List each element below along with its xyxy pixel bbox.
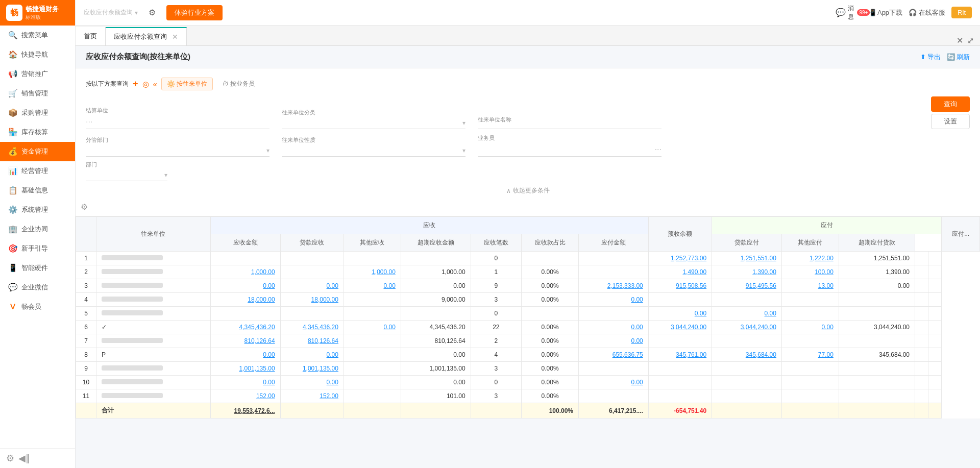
filter-customer-nature: 往来单位性质 ▾ bbox=[282, 136, 465, 157]
table-row: 8P0.000.000.0040.00%655,636.75345,761.00… bbox=[76, 348, 980, 362]
user-name: Rit bbox=[958, 9, 966, 16]
customer-service-label: 在线客服 bbox=[919, 8, 945, 17]
export-label: 导出 bbox=[927, 53, 941, 62]
sidebar-item-label: 搜索菜单 bbox=[21, 31, 48, 40]
vip-icon: Ⅴ bbox=[8, 303, 17, 311]
customer-category-input[interactable]: ▾ bbox=[282, 117, 465, 129]
app-download-label: App下载 bbox=[877, 8, 902, 17]
tab-expand-icon[interactable]: ⤢ bbox=[967, 36, 974, 45]
col-ap-amount: 应付金额 bbox=[579, 234, 649, 252]
sidebar-item-sales[interactable]: 🛒 销售管理 bbox=[0, 84, 75, 103]
table-row: 101,252,773.001,251,551.001,222.001,251,… bbox=[76, 252, 980, 265]
department-input[interactable]: ▾ bbox=[86, 169, 167, 181]
logo-subtitle: 标准版 bbox=[26, 14, 59, 21]
basic-info-icon: 📋 bbox=[8, 186, 17, 195]
logo-icon: 畅 bbox=[6, 5, 22, 21]
table-row: 500.000.00 bbox=[76, 307, 980, 321]
page-header: 应收应付余额查询(按往来单位) ⬆ 导出 🔄 刷新 bbox=[76, 46, 980, 68]
inventory-icon: 🏪 bbox=[8, 128, 17, 137]
filter-add-button[interactable]: + bbox=[133, 79, 138, 89]
topbar: 应收应付余额查询 ▾ ⚙ 体验行业方案 💬 消息 99+ 📲 App下载 🎧 在… bbox=[76, 0, 980, 26]
customer-name-input[interactable] bbox=[478, 125, 662, 129]
filter-label: 按以下方案查询 bbox=[86, 80, 129, 88]
col-ar-amount: 应收金额 bbox=[210, 234, 280, 252]
main-area: 应收应付余额查询 ▾ ⚙ 体验行业方案 💬 消息 99+ 📲 App下载 🎧 在… bbox=[76, 0, 980, 468]
sidebar-item-marketing[interactable]: 📢 营销推广 bbox=[0, 64, 75, 84]
tab-close-icon[interactable]: ✕ bbox=[172, 33, 178, 41]
sidebar-item-enterprise-wechat[interactable]: 💬 企业微信 bbox=[0, 278, 75, 297]
sidebar-item-label: 基础信息 bbox=[21, 186, 48, 195]
scheme-by-customer[interactable]: 🔆 按往来单位 bbox=[161, 78, 213, 90]
customer-nature-input[interactable]: ▾ bbox=[282, 145, 465, 157]
table-row: 91,001,135.001,001,135.001,001,135.0030.… bbox=[76, 362, 980, 376]
table-settings-icon[interactable]: ⚙ bbox=[81, 202, 88, 212]
sidebar-item-quick-nav[interactable]: 🏠 快捷导航 bbox=[0, 45, 75, 64]
collapse-more-button[interactable]: ∧ 收起更多条件 bbox=[86, 183, 970, 198]
sidebar-item-purchase[interactable]: 📦 采购管理 bbox=[0, 103, 75, 122]
col-ar-advance: 预收余额 bbox=[648, 217, 712, 252]
sidebar-item-inventory[interactable]: 🏪 库存核算 bbox=[0, 122, 75, 142]
sales-icon: 🛒 bbox=[8, 89, 17, 98]
promo-button[interactable]: 体验行业方案 bbox=[166, 5, 223, 20]
refresh-button[interactable]: 🔄 刷新 bbox=[947, 53, 970, 62]
refresh-label: 刷新 bbox=[957, 53, 970, 62]
sidebar-item-newbie[interactable]: 🎯 新手引导 bbox=[0, 239, 75, 258]
sidebar-item-label: 经营管理 bbox=[21, 166, 48, 176]
sidebar-item-label: 销售管理 bbox=[21, 89, 48, 98]
data-table: 往来单位 应收 预收余额 应付 应付... 应收金额 贷款应收 其他应收 超期应… bbox=[76, 216, 980, 418]
user-menu[interactable]: Rit bbox=[951, 7, 972, 18]
search-menu-icon: 🔍 bbox=[8, 31, 17, 40]
scheme-customer-label: 按往来单位 bbox=[177, 80, 207, 88]
breadcrumb-arrow: ▾ bbox=[135, 9, 138, 16]
customer-service-button[interactable]: 🎧 在线客服 bbox=[909, 8, 945, 17]
breadcrumb: 应收应付余额查询 ▾ bbox=[84, 8, 138, 17]
tab-close-all-icon[interactable]: ✕ bbox=[957, 36, 963, 45]
query-button[interactable]: 查询 bbox=[931, 96, 970, 112]
sidebar-item-vip[interactable]: Ⅴ 畅会员 bbox=[0, 297, 75, 316]
filter-dept-manager: 分管部门 ▾ bbox=[86, 136, 270, 157]
sidebar-item-smart-hardware[interactable]: 📱 智能硬件 bbox=[0, 258, 75, 278]
sidebar-item-basic-info[interactable]: 📋 基础信息 bbox=[0, 181, 75, 200]
table-scroll[interactable]: 往来单位 应收 预收余额 应付 应付... 应收金额 贷款应收 其他应收 超期应… bbox=[76, 216, 980, 418]
col-ar-ratio: 应收款占比 bbox=[522, 234, 579, 252]
col-index bbox=[76, 217, 96, 252]
sidebar-item-label: 资金管理 bbox=[21, 147, 48, 156]
customer-nature-label: 往来单位性质 bbox=[282, 136, 465, 144]
smart-hardware-icon: 📱 bbox=[8, 263, 17, 273]
total-ar-amount[interactable]: 19,553,472,6... bbox=[210, 403, 280, 418]
page-actions: ⬆ 导出 🔄 刷新 bbox=[920, 53, 970, 62]
topbar-settings-button[interactable]: ⚙ bbox=[144, 5, 160, 21]
sidebar-settings-icon[interactable]: ⚙ bbox=[6, 453, 14, 464]
table-container: ⚙ 往来单位 应收 预收余额 应付 应付... bbox=[76, 198, 980, 418]
tab-home[interactable]: 首页 bbox=[76, 27, 106, 45]
filter-collapse-icon[interactable]: « bbox=[153, 80, 157, 88]
settlement-unit-dots-icon: ··· bbox=[86, 117, 92, 127]
table-row: 418,000.0018,000.009,000.0030.00%0.00 bbox=[76, 293, 980, 307]
col-ap-suffix: 应付... bbox=[942, 217, 980, 252]
dept-manager-input[interactable]: ▾ bbox=[86, 145, 270, 157]
customer-category-label: 往来单位分类 bbox=[282, 109, 465, 116]
customer-name-label: 往来单位名称 bbox=[478, 116, 662, 124]
sidebar-collapse-icon[interactable]: ◀‖ bbox=[18, 453, 30, 464]
enterprise-wechat-icon: 💬 bbox=[8, 283, 17, 292]
settings-button[interactable]: 设置 bbox=[931, 114, 970, 129]
table-toolbar: ⚙ bbox=[76, 198, 980, 216]
sidebar-item-business[interactable]: 📊 经营管理 bbox=[0, 161, 75, 181]
app-download-button[interactable]: 📲 App下载 bbox=[867, 8, 902, 17]
business-icon: 📊 bbox=[8, 166, 17, 176]
sidebar-item-finance[interactable]: 💰 资金管理 bbox=[0, 142, 75, 161]
quick-nav-icon: 🏠 bbox=[8, 50, 17, 59]
message-label: 消息 bbox=[848, 4, 854, 21]
page-title: 应收应付余额查询(按往来单位) bbox=[86, 52, 190, 62]
salesperson-input[interactable]: ··· bbox=[478, 143, 662, 157]
filter-row-1: 结算单位 ··· 往来单位分类 ▾ bbox=[86, 93, 970, 132]
sidebar-item-enterprise[interactable]: 🏢 企业协同 bbox=[0, 219, 75, 239]
settlement-unit-input[interactable]: ··· bbox=[86, 115, 270, 129]
message-button[interactable]: 💬 消息 99+ bbox=[845, 5, 861, 21]
scheme-by-staff[interactable]: ⏱ 按业务员 bbox=[217, 78, 260, 90]
sidebar-item-search-menu[interactable]: 🔍 搜索菜单 bbox=[0, 26, 75, 45]
sidebar-item-system[interactable]: ⚙️ 系统管理 bbox=[0, 200, 75, 219]
export-button[interactable]: ⬆ 导出 bbox=[920, 53, 941, 62]
tab-ar-ap-query[interactable]: 应收应付余额查询 ✕ bbox=[106, 27, 187, 45]
filter-settings-icon[interactable]: ◎ bbox=[142, 80, 149, 89]
